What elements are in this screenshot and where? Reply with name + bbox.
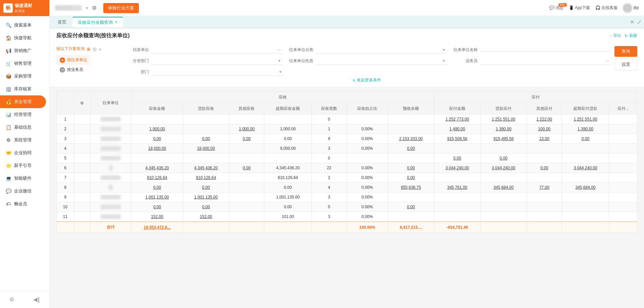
data-cell[interactable]: 3,044,240.00 <box>434 163 480 173</box>
department-input[interactable]: ▾ <box>152 57 282 65</box>
data-cell[interactable] <box>131 153 183 163</box>
data-cell[interactable]: 0.00 <box>183 183 229 192</box>
data-cell[interactable] <box>229 173 264 183</box>
data-cell[interactable]: 0.00 <box>229 163 264 173</box>
sidebar-item-finance[interactable]: 💰 资金管理 <box>0 95 46 108</box>
data-cell[interactable] <box>131 115 183 124</box>
data-cell[interactable]: 13.00 <box>527 134 562 144</box>
data-cell[interactable]: 345,761.00 <box>434 183 480 192</box>
data-cell[interactable] <box>480 212 527 222</box>
edit-scheme-btn[interactable]: ◎ <box>93 46 97 52</box>
settings-icon[interactable]: ⚙ <box>92 5 97 11</box>
collapse-btn[interactable]: ∧ 收起更多条件 <box>122 77 611 83</box>
data-cell[interactable] <box>562 144 609 153</box>
sidebar-item-guide[interactable]: 🌟 新手引导 <box>0 159 49 172</box>
data-cell[interactable]: 1,252,773.00 <box>434 115 480 124</box>
data-cell[interactable]: 152.00 <box>183 212 229 222</box>
user-avatar[interactable]: Rit <box>623 3 639 13</box>
data-cell[interactable] <box>480 192 527 202</box>
data-cell[interactable] <box>388 153 434 163</box>
sidebar-collapse-btn[interactable]: ◀‖ <box>31 294 42 305</box>
sub-nav-by-partner[interactable]: ● 按往来单位 <box>56 55 91 65</box>
data-cell[interactable]: 0.00 <box>527 163 562 173</box>
data-cell[interactable] <box>183 153 229 163</box>
partner-name-input[interactable] <box>480 48 611 51</box>
data-cell[interactable] <box>527 153 562 163</box>
topbar-chevron[interactable]: ▾ <box>86 6 88 10</box>
sidebar-item-system[interactable]: ⚙ 系统管理 <box>0 134 49 146</box>
sidebar-item-basic[interactable]: 📋 基础信息 <box>0 121 49 134</box>
sidebar-item-operations[interactable]: 📊 经营管理 <box>0 108 49 121</box>
data-cell[interactable]: 1,390.00 <box>480 124 527 134</box>
data-cell[interactable] <box>562 192 609 202</box>
settings-button[interactable]: 设置 <box>614 59 637 70</box>
trial-btn[interactable]: 体验行业方案 <box>103 3 139 13</box>
partner-nature-input[interactable]: ▾ <box>316 57 447 65</box>
sidebar-item-search[interactable]: 🔍 搜索菜单 <box>0 19 49 32</box>
sidebar-item-marketing[interactable]: 📢 营销推广 <box>0 44 49 57</box>
data-cell[interactable] <box>388 124 434 134</box>
data-cell[interactable]: 0.00 <box>388 173 434 183</box>
data-cell[interactable]: 1,222.00 <box>527 115 562 124</box>
partner-category-input[interactable]: ▾ <box>316 46 447 54</box>
data-cell[interactable] <box>527 202 562 212</box>
data-cell[interactable]: 1,251,551.00 <box>562 115 609 124</box>
data-cell[interactable]: 1,001,135.00 <box>131 192 183 202</box>
data-cell[interactable] <box>480 173 527 183</box>
sidebar-item-purchase[interactable]: 📦 采购管理 <box>0 70 49 83</box>
data-cell[interactable] <box>388 115 434 124</box>
th-settings[interactable]: ⚙ <box>74 92 91 115</box>
data-cell[interactable]: 0.00 <box>562 134 609 144</box>
data-cell[interactable]: 0.00 <box>131 134 183 144</box>
data-cell[interactable] <box>434 202 480 212</box>
refresh-btn[interactable]: ↻ 刷新 <box>625 33 637 39</box>
sidebar-item-sales[interactable]: 🛒 销售管理 <box>0 57 49 70</box>
data-cell[interactable] <box>229 202 264 212</box>
data-cell[interactable]: 77.00 <box>527 183 562 192</box>
data-cell[interactable] <box>480 144 527 153</box>
tab-ar-query[interactable]: 应收应付余额查询 ✕ <box>72 17 123 28</box>
data-cell[interactable] <box>388 212 434 222</box>
data-cell[interactable]: 915,495.56 <box>480 134 527 144</box>
data-cell[interactable]: 810,126.64 <box>131 173 183 183</box>
data-cell[interactable] <box>229 192 264 202</box>
sidebar-item-wechat[interactable]: 💬 企业微信 <box>0 185 49 197</box>
data-cell[interactable]: 1,000.00 <box>131 124 183 134</box>
data-cell[interactable]: 1,490.00 <box>434 124 480 134</box>
data-cell[interactable] <box>527 144 562 153</box>
data-cell[interactable]: 1,000.00 <box>229 124 264 134</box>
data-cell[interactable]: 0.00 <box>480 153 527 163</box>
sidebar-item-member[interactable]: 🏷 畅会员 <box>0 197 49 210</box>
data-cell[interactable]: 4,345,436.20 <box>183 163 229 173</box>
data-cell[interactable]: 152.00 <box>131 212 183 222</box>
data-cell[interactable]: 0.00 <box>183 202 229 212</box>
data-cell[interactable]: 0.00 <box>388 163 434 173</box>
data-cell[interactable] <box>434 192 480 202</box>
data-cell[interactable] <box>229 144 264 153</box>
messages-btn[interactable]: 💬 消息 99+ <box>549 5 564 11</box>
sidebar-item-quick[interactable]: 🏠 快捷导航 <box>0 32 49 44</box>
data-cell[interactable] <box>434 212 480 222</box>
data-cell[interactable]: 0.00 <box>388 144 434 153</box>
data-cell[interactable]: 2,153,333.00 <box>388 134 434 144</box>
data-cell[interactable] <box>527 173 562 183</box>
collapse-scheme-btn[interactable]: « <box>99 46 101 52</box>
data-cell[interactable] <box>229 153 264 163</box>
data-cell[interactable]: 1,001,135.00 <box>183 192 229 202</box>
data-cell[interactable] <box>229 212 264 222</box>
data-cell[interactable] <box>183 115 229 124</box>
data-cell[interactable] <box>434 144 480 153</box>
data-cell[interactable] <box>434 173 480 183</box>
data-cell[interactable] <box>527 212 562 222</box>
sidebar-item-collab[interactable]: 🤝 企业协同 <box>0 146 49 159</box>
close-all-icon[interactable]: ✕ <box>630 19 634 25</box>
app-download-btn[interactable]: 📱 App下载 <box>569 5 590 11</box>
data-cell[interactable]: 1,390.00 <box>562 124 609 134</box>
dept-input[interactable]: ▾ <box>152 68 283 76</box>
data-cell[interactable]: 655,636.75 <box>388 183 434 192</box>
export-btn[interactable]: ↑ 导出 <box>610 33 621 39</box>
data-cell[interactable]: 0.00 <box>229 134 264 144</box>
expand-icon[interactable]: ⤢ <box>637 19 641 25</box>
close-tab-btn[interactable]: ✕ <box>115 20 118 25</box>
data-cell[interactable] <box>562 153 609 163</box>
